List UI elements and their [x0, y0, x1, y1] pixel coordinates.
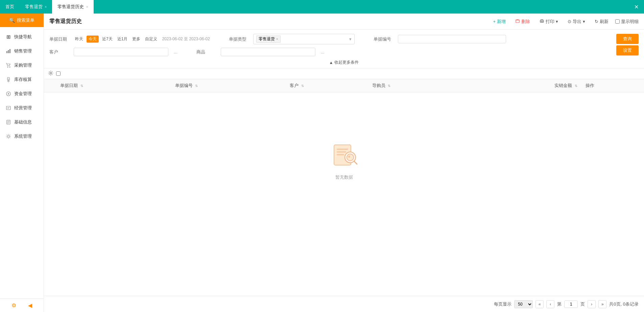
svg-rect-17 [337, 151, 346, 153]
table-area: 单据日期 ⇅ 单据编号 ⇅ 客户 ⇅ 导购员 ⇅ [44, 68, 644, 296]
doc-type-select[interactable]: 零售退货 × ▾ [253, 34, 355, 44]
date-opt-yesterday[interactable]: 昨天 [74, 36, 85, 43]
sidebar-item-purchase-mgmt[interactable]: 采购管理 [0, 58, 44, 72]
sidebar-item-sales-mgmt[interactable]: 销售管理 [0, 44, 44, 58]
first-page-button[interactable]: « [535, 300, 544, 308]
page-size-label: 每页显示 [494, 301, 511, 307]
tab-retail-return-history[interactable]: 零售退货历史 × [52, 0, 93, 14]
th-customer-label: 客户 [290, 83, 299, 88]
first-page-icon: « [539, 302, 541, 307]
date-opt-7days[interactable]: 近7天 [101, 36, 114, 43]
sidebar-item-label: 系统管理 [14, 133, 32, 139]
customer-label: 客户 [49, 49, 68, 55]
doc-type-dropdown-icon: ▾ [349, 37, 352, 42]
doc-type-tag-label: 零售退货 [259, 36, 275, 42]
th-date[interactable]: 单据日期 ⇅ [56, 79, 171, 92]
collapse-sidebar-icon[interactable]: ◀ [28, 302, 32, 309]
total-label: 共0页, 0条记录 [609, 301, 639, 307]
setting-button[interactable]: 设置 [616, 45, 639, 55]
sidebar-item-basic-info[interactable]: 基础信息 [0, 115, 44, 129]
svg-point-6 [8, 81, 9, 82]
window-close-button[interactable]: ✕ [629, 4, 644, 10]
svg-rect-11 [516, 20, 519, 23]
customer-input[interactable] [74, 48, 168, 56]
last-page-icon: » [601, 302, 604, 307]
export-dropdown-icon: ▾ [583, 19, 585, 24]
refresh-button[interactable]: ↻ 刷新 [592, 17, 611, 26]
th-guide[interactable]: 导购员 ⇅ [368, 79, 467, 92]
select-all-checkbox[interactable] [56, 71, 61, 76]
add-button[interactable]: + 新增 [490, 17, 508, 26]
goods-ellipsis[interactable]: ... [321, 49, 325, 54]
doc-no-label: 单据编号 [374, 36, 392, 42]
quick-nav-icon: ⊞ [5, 34, 11, 40]
prev-page-button[interactable]: ‹ [546, 300, 554, 308]
show-detail-checkbox[interactable] [615, 19, 620, 24]
show-detail-label: 显示明细 [621, 19, 639, 25]
th-no[interactable]: 单据编号 ⇅ [171, 79, 286, 92]
main-layout: 🔍 搜索菜单 ⊞ 快捷导航 销售管理 采购管理 [0, 14, 644, 312]
sidebar-item-finance[interactable]: 资金管理 [0, 87, 44, 101]
query-button[interactable]: 查询 [616, 34, 639, 44]
refresh-label: 刷新 [600, 19, 609, 25]
sidebar-item-quick-nav[interactable]: ⊞ 快捷导航 [0, 30, 44, 44]
refresh-icon: ↻ [595, 19, 598, 24]
sidebar-item-operations[interactable]: 经营管理 [0, 101, 44, 115]
empty-illustration [327, 140, 361, 170]
th-amount-sort: ⇅ [575, 84, 577, 88]
tab-home[interactable]: 首页 [0, 0, 20, 14]
sidebar-item-system-mgmt[interactable]: 系统管理 [0, 129, 44, 143]
sidebar-item-inventory[interactable]: 库存核算 [0, 72, 44, 87]
export-button[interactable]: ⊙ 导出 ▾ [565, 17, 588, 26]
svg-rect-8 [6, 106, 10, 110]
th-amount[interactable]: 实销金额 ⇅ [467, 79, 581, 92]
sidebar-search-label: 搜索菜单 [17, 17, 34, 23]
table-toolbar [44, 68, 644, 79]
filter-fields: 单据日期 昨天 今天 近7天 近1月 更多 自定义 2023-06-02 至 2… [49, 34, 616, 56]
sidebar-item-label: 经营管理 [14, 105, 32, 111]
th-no-sort: ⇅ [195, 84, 198, 88]
customer-ellipsis[interactable]: ... [174, 49, 177, 54]
basic-info-icon [5, 119, 11, 125]
table-settings-icon[interactable] [48, 70, 53, 77]
page-size-select[interactable]: 50 20 100 [514, 300, 533, 308]
th-customer[interactable]: 客户 ⇅ [286, 79, 368, 92]
last-page-button[interactable]: » [598, 300, 606, 308]
svg-rect-1 [8, 50, 9, 53]
doc-type-label: 单据类型 [229, 36, 248, 42]
th-checkbox [44, 79, 56, 92]
filter-row-wrap: 单据日期 昨天 今天 近7天 近1月 更多 自定义 2023-06-02 至 2… [49, 34, 639, 56]
collapse-bar[interactable]: ▲ 收起更多条件 [49, 58, 639, 67]
show-detail-checkbox-label[interactable]: 显示明细 [615, 19, 639, 25]
sidebar-search[interactable]: 🔍 搜索菜单 [0, 14, 44, 27]
data-table: 单据日期 ⇅ 单据编号 ⇅ 客户 ⇅ 导购员 ⇅ [44, 79, 644, 92]
svg-point-20 [347, 154, 354, 161]
goods-input[interactable] [221, 48, 315, 56]
tab-retail-return[interactable]: 零售退货 × [20, 0, 52, 14]
filter-row-2: 客户 ... 商品 ... [49, 48, 616, 56]
tab-retail-return-history-close[interactable]: × [86, 5, 88, 9]
delete-label: 删除 [521, 19, 530, 25]
delete-button[interactable]: 删除 [512, 17, 533, 26]
sidebar-nav: ⊞ 快捷导航 销售管理 采购管理 库存核算 [0, 27, 44, 298]
doc-type-tag-close[interactable]: × [276, 37, 278, 41]
date-opt-today[interactable]: 今天 [87, 36, 99, 43]
empty-text: 暂无数据 [335, 174, 353, 180]
date-opt-more[interactable]: 更多 [131, 36, 142, 43]
th-guide-label: 导购员 [372, 83, 385, 88]
page-number-input[interactable] [564, 300, 578, 308]
th-guide-sort: ⇅ [388, 84, 390, 88]
tab-retail-return-close[interactable]: × [45, 5, 47, 9]
settings-bottom-icon[interactable]: ⚙ [11, 302, 16, 309]
print-button[interactable]: 打印 ▾ [537, 17, 561, 26]
sales-icon [5, 48, 11, 54]
tab-retail-return-history-label: 零售退货历史 [57, 4, 84, 10]
doc-no-input[interactable] [398, 35, 506, 43]
sidebar-bottom: ⚙ ◀ [0, 298, 44, 312]
date-filter-label: 单据日期 [49, 36, 68, 42]
date-opt-custom[interactable]: 自定义 [144, 36, 159, 43]
th-date-sort: ⇅ [80, 84, 83, 88]
prev-page-icon: ‹ [550, 302, 551, 307]
next-page-button[interactable]: › [588, 300, 596, 308]
date-opt-1month[interactable]: 近1月 [116, 36, 129, 43]
